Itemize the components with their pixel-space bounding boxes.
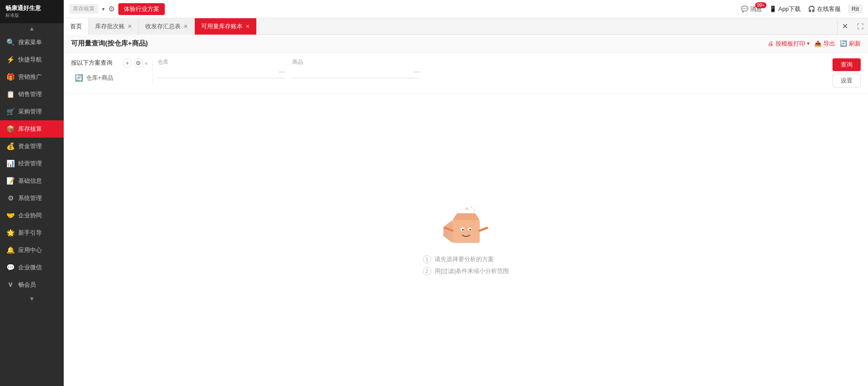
- message-button[interactable]: 💬 消息 99+: [741, 5, 762, 13]
- top-bar-right: 💬 消息 99+ 📱 App下载 🎧 在线客服 Rit: [741, 5, 863, 13]
- service-label: 在线客服: [817, 5, 841, 13]
- sidebar-scroll-down[interactable]: ▼: [0, 293, 64, 304]
- operations-icon: 📊: [6, 160, 15, 168]
- app-download-button[interactable]: 📱 App下载: [769, 5, 801, 13]
- sidebar-item-guide[interactable]: 🌟 新手引导: [0, 224, 64, 242]
- svg-point-6: [469, 229, 471, 231]
- sidebar-item-system[interactable]: ⚙ 系统管理: [0, 190, 64, 207]
- refresh-button[interactable]: 🔄 刷新: [840, 40, 861, 48]
- brand-name: 畅康通好生意: [5, 5, 58, 12]
- sidebar-item-label: 系统管理: [18, 194, 42, 202]
- breadcrumb-dropdown[interactable]: ▾: [102, 6, 105, 12]
- tab-expand-button[interactable]: ⛶: [853, 18, 868, 35]
- product-filter-field: 商品 ···: [292, 58, 420, 78]
- refresh-label: 刷新: [849, 40, 861, 48]
- filter-schemes-title: 按以下方案查询: [71, 59, 112, 67]
- apps-icon: 🔔: [6, 246, 15, 254]
- content-area: 可用量查询(按仓库+商品) 🖨 按模板打印 ▾ 📤 导出 🔄 刷新: [64, 35, 868, 386]
- export-icon: 📤: [814, 40, 822, 47]
- basic-icon: 📝: [6, 177, 15, 185]
- svg-rect-0: [452, 220, 480, 243]
- hint-num-1: 1: [423, 255, 431, 263]
- hint-text-2: 用[过滤]条件来缩小分析范围: [435, 267, 509, 275]
- service-icon: 🎧: [808, 5, 815, 12]
- sidebar-item-label: 搜索菜单: [18, 38, 42, 46]
- service-button[interactable]: 🎧 在线客服: [808, 5, 841, 13]
- sidebar-item-label: 资金管理: [18, 142, 42, 150]
- tab-batch-label: 库存批次账: [95, 22, 125, 31]
- page-header: 可用量查询(按仓库+商品) 🖨 按模板打印 ▾ 📤 导出 🔄 刷新: [64, 35, 868, 53]
- settings-scheme-button[interactable]: ⚙: [134, 58, 143, 67]
- sidebar-header: 畅康通好生意 标准版: [0, 0, 64, 23]
- product-input[interactable]: [292, 69, 414, 76]
- sidebar-item-label: 库存核算: [18, 125, 42, 133]
- empty-state-illustration: [439, 204, 493, 250]
- sidebar-item-marketing[interactable]: 🎁 营销推广: [0, 68, 64, 86]
- gear-icon[interactable]: ⚙: [108, 5, 115, 13]
- collapse-schemes-button[interactable]: «: [145, 60, 148, 67]
- scheme-refresh-icon: 🔄: [75, 74, 83, 82]
- sidebar-item-inventory[interactable]: 📦 库存核算: [0, 120, 64, 138]
- sidebar-item-operations[interactable]: 📊 经营管理: [0, 155, 64, 172]
- industry-button[interactable]: 体验行业方案: [118, 3, 165, 15]
- tab-home-label: 首页: [70, 22, 82, 31]
- print-label: 按模板打印: [776, 40, 805, 48]
- sidebar-item-label: 采购管理: [18, 108, 42, 116]
- tab-close-all-button[interactable]: ✕: [838, 18, 853, 35]
- sidebar-item-label: 新手引导: [18, 229, 42, 237]
- tab-summary[interactable]: 收发存汇总表 ✕: [139, 18, 195, 35]
- enterprise-icon: 🤝: [6, 211, 15, 220]
- tab-home[interactable]: 首页: [64, 18, 89, 35]
- export-button[interactable]: 📤 导出: [814, 40, 835, 48]
- product-ellipsis-button[interactable]: ···: [414, 68, 420, 76]
- sidebar-item-enterprise[interactable]: 🤝 企业协同: [0, 207, 64, 224]
- svg-marker-2: [443, 220, 452, 243]
- tab-available-label: 可用量库存账本: [201, 22, 243, 31]
- sidebar-scroll-up[interactable]: ▲: [0, 23, 64, 34]
- filter-settings-button[interactable]: 设置: [832, 74, 861, 87]
- scheme-item-label: 仓库+商品: [86, 74, 113, 82]
- sidebar-item-shortcut[interactable]: ⚡ 快捷导航: [0, 51, 64, 68]
- query-button[interactable]: 查询: [832, 58, 861, 71]
- inventory-icon: 📦: [6, 125, 15, 133]
- sidebar-item-apps[interactable]: 🔔 应用中心: [0, 242, 64, 259]
- user-profile[interactable]: Rit: [848, 5, 863, 13]
- warehouse-label: 仓库: [157, 58, 285, 66]
- sidebar-item-finance[interactable]: 💰 资金管理: [0, 138, 64, 155]
- app-icon: 📱: [769, 5, 777, 12]
- scheme-item-warehouse-product[interactable]: 🔄 仓库+商品: [71, 71, 148, 85]
- tab-batch[interactable]: 库存批次账 ✕: [89, 18, 139, 35]
- sidebar-item-member[interactable]: V 畅会员: [0, 276, 64, 293]
- filter-schemes-header: 按以下方案查询 + ⚙ «: [71, 58, 148, 67]
- purchase-icon: 🛒: [6, 108, 15, 116]
- page-title: 可用量查询(按仓库+商品): [71, 39, 148, 48]
- app-label: App下载: [778, 5, 801, 13]
- member-icon: V: [6, 281, 15, 289]
- sidebar-item-wechat[interactable]: 💬 企业微信: [0, 259, 64, 276]
- tab-batch-close[interactable]: ✕: [127, 23, 132, 30]
- breadcrumb: 库存核算: [69, 4, 98, 14]
- sidebar-item-label: 基础信息: [18, 177, 42, 185]
- sidebar: 畅康通好生意 标准版 ▲ 🔍 搜索菜单 ⚡ 快捷导航 🎁 营销推广 📋 销售管理…: [0, 0, 64, 386]
- product-label: 商品: [292, 58, 420, 66]
- warehouse-input[interactable]: [157, 69, 279, 76]
- empty-state-hint-2: 2 用[过滤]条件来缩小分析范围: [423, 267, 509, 275]
- sidebar-item-label: 畅会员: [18, 281, 36, 289]
- tab-available[interactable]: 可用量库存账本 ✕: [195, 18, 257, 35]
- print-button[interactable]: 🖨 按模板打印 ▾: [768, 40, 810, 48]
- wechat-icon: 💬: [6, 263, 15, 272]
- message-icon: 💬: [741, 5, 748, 12]
- filter-schemes-panel: 按以下方案查询 + ⚙ « 🔄 仓库+商品: [71, 58, 153, 85]
- guide-icon: 🌟: [6, 229, 15, 237]
- sidebar-item-purchase[interactable]: 🛒 采购管理: [0, 103, 64, 120]
- sidebar-item-search[interactable]: 🔍 搜索菜单: [0, 34, 64, 51]
- tab-available-close[interactable]: ✕: [245, 23, 250, 30]
- sidebar-item-sales[interactable]: 📋 销售管理: [0, 86, 64, 103]
- add-scheme-button[interactable]: +: [123, 58, 132, 67]
- tab-summary-close[interactable]: ✕: [183, 23, 188, 30]
- warehouse-ellipsis-button[interactable]: ···: [279, 68, 285, 76]
- sidebar-item-basic[interactable]: 📝 基础信息: [0, 172, 64, 190]
- svg-point-5: [462, 229, 464, 231]
- hint-text-1: 请先选择要分析的方案: [435, 255, 494, 263]
- filter-fields: 仓库 ··· 商品 ···: [157, 58, 832, 78]
